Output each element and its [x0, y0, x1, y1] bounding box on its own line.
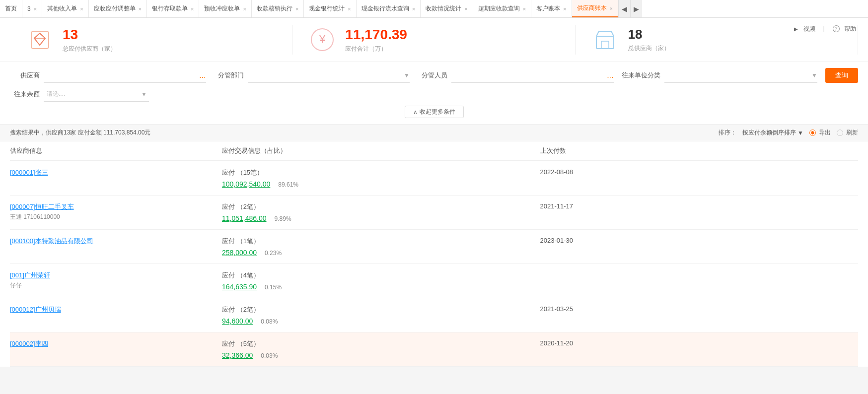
last-payment-cell-6: 2020-11-20 — [540, 339, 752, 347]
table-header: 供应商信息 应付交易信息（占比） 上次付数 — [10, 141, 858, 161]
export-label: 导出 — [819, 129, 831, 137]
dept-input-wrapper: ▼ — [248, 68, 410, 83]
trade-amount-5[interactable]: 94,600.00 — [222, 317, 253, 325]
svg-rect-7 — [596, 36, 614, 49]
last-payment-cell-1: 2022-08-08 — [540, 168, 752, 176]
export-button[interactable]: 导出 — [809, 129, 831, 137]
close-icon[interactable]: × — [348, 6, 351, 12]
nav-next-arrow[interactable]: ▶ — [630, 0, 642, 17]
nav-tab-cash-flow[interactable]: 现金银行流水查询 × — [357, 0, 421, 17]
supplier-cell-6: [000002]李四 — [10, 339, 222, 348]
dept-chevron[interactable]: ▼ — [404, 72, 410, 79]
nav-tab-customer[interactable]: 客户账本 × — [531, 0, 572, 17]
nav-prev-arrow[interactable]: ◀ — [618, 0, 630, 17]
nav-tab-overdue-label: 超期应收款查询 — [478, 4, 520, 13]
nav-tab-other-income[interactable]: 其他收入单 × — [42, 0, 88, 17]
close-icon[interactable]: × — [34, 6, 37, 12]
nav-tab-num3[interactable]: 3 × — [22, 0, 42, 17]
payable-label-5: 应付 — [222, 306, 235, 313]
svg-line-4 — [40, 33, 45, 38]
trade-label-row-5: 应付 （2笔） — [222, 305, 540, 314]
trade-percent-1: 89.61% — [278, 181, 298, 188]
close-icon[interactable]: × — [563, 6, 566, 12]
dept-input[interactable] — [248, 68, 404, 83]
supplier-filter-label: 供应商 — [10, 71, 40, 80]
trade-amount-2[interactable]: 11,051,486.00 — [222, 214, 267, 222]
payable-total: 11,170.39 — [345, 26, 560, 43]
supplier-link-5[interactable]: [000012]广州贝瑞 — [10, 305, 222, 314]
trade-label-row-3: 应付 （1笔） — [222, 237, 540, 246]
trade-amount-row-3: 258,000.00 0.23% — [222, 246, 540, 257]
sort-value: 按应付余额倒序排序 — [742, 129, 796, 137]
nav-tab-num3-label: 3 — [27, 5, 31, 12]
last-payment-cell-2: 2021-11-17 — [540, 202, 752, 210]
trade-cell-5: 应付 （2笔） 94,600.00 0.08% — [222, 305, 540, 325]
nav-tab-overdue[interactable]: 超期应收款查询 × — [473, 0, 531, 17]
help-link[interactable]: 帮助 — [844, 25, 856, 32]
shop-icon — [590, 25, 620, 55]
sort-chevron: ▼ — [797, 130, 803, 136]
close-icon[interactable]: × — [523, 6, 526, 12]
trade-amount-4[interactable]: 164,635.90 — [222, 283, 257, 291]
trade-amount-6[interactable]: 32,366.00 — [222, 351, 253, 359]
close-icon[interactable]: × — [80, 6, 83, 12]
nav-tab-receipt[interactable]: 收款核销执行 × — [252, 0, 304, 17]
trade-cell-4: 应付 （4笔） 164,635.90 0.15% — [222, 271, 540, 291]
table-row: [000001]张三 应付 （15笔） 100,092,540.00 89.61… — [10, 161, 858, 196]
supplier-link-2[interactable]: [000007]恒旺二手叉车 — [10, 202, 222, 211]
nav-tab-ar-ap[interactable]: 应收应付调整单 × — [89, 0, 147, 17]
supplier-link-3[interactable]: [000100]本特勤油品有限公司 — [10, 237, 222, 246]
balance-input-wrapper: 请选.... ▼ — [44, 87, 149, 102]
close-icon[interactable]: × — [464, 6, 467, 12]
person-input[interactable] — [451, 68, 607, 83]
nav-tab-cash-flow-label: 现金银行流水查询 — [362, 4, 409, 13]
supplier-link-1[interactable]: [000001]张三 — [10, 168, 222, 177]
video-link[interactable]: 视频 — [803, 25, 815, 32]
nav-tab-receipt-stat[interactable]: 收款情况统计 × — [421, 0, 473, 17]
collapse-button[interactable]: ∧ 收起更多条件 — [405, 106, 464, 118]
balance-chevron[interactable]: ▼ — [141, 91, 149, 98]
top-nav: 首页 3 × 其他收入单 × 应收应付调整单 × 银行存取款单 × 预收冲应收单… — [0, 0, 868, 18]
collapse-up-icon: ∧ — [413, 109, 418, 116]
close-icon[interactable]: × — [139, 6, 142, 12]
nav-tab-bank-label: 银行存取款单 — [152, 4, 188, 13]
trade-cell-6: 应付 （5笔） 32,366.00 0.03% — [222, 339, 540, 359]
filter-category: 往来单位分类 ▼ — [622, 68, 818, 83]
person-dots[interactable]: ... — [607, 71, 613, 80]
close-icon[interactable]: × — [412, 6, 415, 12]
refresh-button[interactable]: 刷新 — [837, 129, 858, 137]
payable-total-label: 应付合计（万） — [345, 45, 560, 53]
trade-cell-2: 应付 （2笔） 11,051,486.00 9.89% — [222, 202, 540, 222]
search-button[interactable]: 查询 — [825, 68, 858, 83]
category-input[interactable] — [664, 68, 812, 83]
close-icon[interactable]: × — [295, 6, 298, 12]
person-input-wrapper: ... — [451, 68, 614, 83]
sort-button[interactable]: 按应付余额倒序排序 ▼ — [742, 129, 803, 137]
filter-row-2: 往来余额 请选.... ▼ — [10, 87, 858, 102]
supplier-link-6[interactable]: [000002]李四 — [10, 339, 222, 348]
supplier-dots[interactable]: ... — [199, 71, 206, 80]
table-row: [000002]李四 应付 （5笔） 32,366.00 0.03% 2020-… — [10, 332, 858, 367]
close-icon[interactable]: × — [191, 6, 194, 12]
nav-tab-bank[interactable]: 银行存取款单 × — [147, 0, 199, 17]
trade-amount-1[interactable]: 100,092,540.00 — [222, 180, 270, 188]
nav-tab-home[interactable]: 首页 — [0, 0, 22, 17]
category-chevron[interactable]: ▼ — [811, 72, 817, 79]
nav-tab-prepay[interactable]: 预收冲应收单 × — [199, 0, 251, 17]
trade-amount-3[interactable]: 258,000.00 — [222, 249, 257, 257]
nav-tab-home-label: 首页 — [5, 4, 17, 13]
nav-tab-supplier-ledger[interactable]: 供应商账本 × — [572, 0, 618, 17]
person-filter-label: 分管人员 — [418, 71, 447, 80]
supplier-cell-2: [000007]恒旺二手叉车 王通 17106110000 — [10, 202, 222, 221]
table-row: [000012]广州贝瑞 应付 （2笔） 94,600.00 0.08% 202… — [10, 298, 858, 332]
balance-placeholder: 请选.... — [47, 90, 65, 98]
table-area: 供应商信息 应付交易信息（占比） 上次付数 [000001]张三 应付 （15笔… — [0, 141, 868, 367]
nav-tab-receipt-label: 收款核销执行 — [257, 4, 292, 13]
supplier-input[interactable] — [44, 68, 199, 83]
nav-tab-cash-stat[interactable]: 现金银行统计 × — [304, 0, 356, 17]
supplier-link-4[interactable]: [001]广州荣轩 — [10, 271, 222, 280]
close-icon[interactable]: × — [243, 6, 246, 12]
trade-label-row-6: 应付 （5笔） — [222, 339, 540, 348]
last-payment-cell-5: 2021-03-25 — [540, 305, 752, 313]
close-icon[interactable]: × — [610, 5, 613, 11]
